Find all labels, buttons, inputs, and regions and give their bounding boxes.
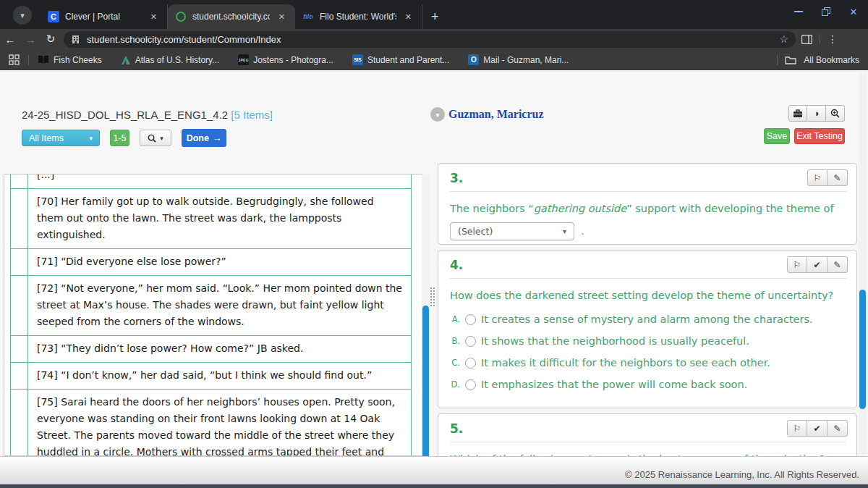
- apps-grid-icon[interactable]: [9, 54, 20, 65]
- passage-row: [71] “Did everyone else lose power?”: [11, 249, 412, 276]
- tab-schoolcity-active[interactable]: student.schoolcity.com/studen ✕: [168, 4, 295, 29]
- item-range-badge[interactable]: 1-5: [110, 130, 129, 146]
- forward-icon[interactable]: →: [20, 33, 41, 46]
- caret-down-icon: ▾: [160, 135, 163, 142]
- exit-testing-button[interactable]: Exit Testing: [794, 128, 845, 144]
- window-controls: ✕: [791, 4, 861, 19]
- divider: [450, 442, 846, 442]
- bookmarks-separator: [28, 55, 29, 65]
- all-bookmarks[interactable]: All Bookmarks: [777, 55, 859, 65]
- passage-row: [74] “I don’t know,” her dad said, “but …: [11, 363, 412, 390]
- menu-kebab-icon[interactable]: ⋮: [827, 33, 838, 45]
- flag-button[interactable]: ⚐: [787, 420, 807, 437]
- student-name: Guzman, Maricruz: [448, 108, 544, 121]
- radio-button[interactable]: [465, 336, 476, 347]
- zoom-button[interactable]: [826, 105, 845, 122]
- bookmark-student-parent[interactable]: SIS Student and Parent...: [352, 54, 449, 65]
- question-text: Which of the following sentences is the …: [450, 451, 846, 456]
- option-text: It makes it difficult for the neighbors …: [481, 357, 770, 369]
- passage-text: [74] “I don’t know,” her dad said, “but …: [28, 363, 412, 390]
- check-icon: ✔: [813, 260, 820, 270]
- caret-down-icon: ▾: [89, 135, 93, 142]
- notes-button[interactable]: ✎: [827, 420, 848, 437]
- test-controls: All Items ▾ 1-5 ▾ Done →: [22, 129, 226, 147]
- atlas-a-icon: [121, 55, 131, 65]
- eliminate-button[interactable]: ✔: [807, 420, 827, 437]
- chevron-down-icon: ▾: [20, 11, 25, 20]
- close-icon[interactable]: ✕: [148, 11, 160, 23]
- question-toolbar: ⚐ ✎: [807, 169, 848, 186]
- items-count-badge: [5 Items]: [231, 109, 273, 121]
- answer-option-a[interactable]: A. It creates a sense of mystery and ala…: [450, 314, 846, 325]
- tab-title: Filo Student: World's Only Live: [320, 12, 396, 22]
- answer-option-d[interactable]: D. It emphasizes that the power will com…: [450, 379, 846, 390]
- close-window-button[interactable]: ✕: [846, 4, 861, 19]
- flag-icon: ⚐: [793, 424, 801, 434]
- flag-icon: ⚐: [793, 260, 801, 270]
- right-scrollbar-track[interactable]: [859, 72, 867, 456]
- contrast-button[interactable]: ◑: [807, 105, 826, 122]
- loading-ring-icon: [175, 11, 187, 22]
- option-letter: C.: [450, 358, 460, 368]
- jostens-favicon: JPEG: [238, 54, 249, 65]
- new-tab-button[interactable]: +: [422, 9, 448, 29]
- back-icon[interactable]: ←: [0, 33, 20, 46]
- passage-scroll-area[interactable]: [...] [70] Her family got up to walk out…: [10, 174, 412, 456]
- restore-button[interactable]: [819, 4, 833, 19]
- bookmark-fish-cheeks[interactable]: Fish Cheeks: [38, 55, 102, 65]
- radio-button[interactable]: [465, 314, 476, 325]
- address-bar[interactable]: student.schoolcity.com/student/Common/In…: [64, 31, 796, 48]
- radio-button[interactable]: [465, 379, 476, 390]
- test-title: 24-25_HISD_DOL_HS_RLA_E_ENG1_4.2 [5 Item…: [22, 109, 273, 121]
- passage-text: [75] Sarai heard the doors of her neighb…: [28, 390, 412, 457]
- close-icon[interactable]: ✕: [402, 11, 414, 23]
- flag-button[interactable]: ⚐: [787, 256, 807, 273]
- save-button[interactable]: Save: [764, 128, 790, 144]
- url-text: student.schoolcity.com/student/Common/In…: [87, 34, 773, 45]
- bookmark-label: Jostens - Photogra...: [253, 55, 333, 65]
- reload-icon[interactable]: ↻: [41, 33, 61, 46]
- bookmark-label: Atlas of U.S. History...: [135, 55, 219, 65]
- tab-title: student.schoolcity.com/studen: [192, 12, 270, 22]
- side-panel-icon[interactable]: [801, 35, 812, 44]
- option-letter: A.: [450, 314, 460, 324]
- tab-title: Clever | Portal: [65, 12, 142, 22]
- panel-splitter-handle[interactable]: [430, 287, 436, 307]
- tab-filo-student[interactable]: filo Filo Student: World's Only Live ✕: [295, 4, 422, 29]
- eliminate-button[interactable]: ✔: [807, 256, 827, 273]
- answer-option-b[interactable]: B. It shows that the neighborhood is usu…: [450, 335, 846, 347]
- passage-text: [72] “Not everyone,” her mom said. “Look…: [28, 276, 412, 336]
- flag-button[interactable]: ⚐: [807, 169, 827, 186]
- answer-option-c[interactable]: C. It makes it difficult for the neighbo…: [450, 357, 846, 369]
- passage-row: [70] Her family got up to walk outside. …: [11, 189, 412, 249]
- bookmark-atlas-history[interactable]: Atlas of U.S. History...: [121, 55, 219, 65]
- question-column: 3. ⚐ ✎ The neighbors “gathering outside”…: [438, 163, 857, 456]
- test-name: 24-25_HISD_DOL_HS_RLA_E_ENG1_4.2: [22, 109, 228, 121]
- notes-button[interactable]: ✎: [827, 169, 848, 186]
- divider: [450, 278, 846, 279]
- notes-button[interactable]: ✎: [827, 256, 848, 273]
- clever-favicon: C: [48, 11, 59, 22]
- passage-row: [73] “They didn’t lose power? How come?”…: [11, 336, 412, 363]
- search-dropdown-button[interactable]: ▾: [140, 130, 171, 146]
- bookmark-jostens[interactable]: JPEG Jostens - Photogra...: [238, 54, 333, 65]
- toolkit-button[interactable]: [788, 105, 807, 122]
- done-button[interactable]: Done →: [182, 129, 226, 147]
- left-scrollbar-track[interactable]: [422, 174, 430, 455]
- question-number: 3.: [450, 171, 846, 185]
- student-menu[interactable]: ▾ Guzman, Maricruz: [430, 107, 544, 122]
- tab-clever-portal[interactable]: C Clever | Portal ✕: [41, 4, 168, 29]
- bookmark-star-icon[interactable]: ☆: [779, 33, 788, 45]
- restore-icon: [822, 7, 830, 16]
- answer-select-dropdown[interactable]: (Select) ▾: [450, 222, 574, 240]
- browser-toolbar: ← → ↻ student.schoolcity.com/student/Com…: [0, 29, 868, 49]
- minimize-button[interactable]: [791, 4, 806, 19]
- right-scrollbar-thumb[interactable]: [859, 290, 866, 409]
- all-items-dropdown[interactable]: All Items ▾: [22, 130, 100, 146]
- briefcase-icon: [793, 109, 803, 118]
- tab-search-button[interactable]: ▾: [13, 6, 32, 25]
- bookmark-mail-guzman[interactable]: O Mail - Guzman, Mari...: [468, 54, 569, 65]
- radio-button[interactable]: [465, 358, 476, 369]
- close-icon[interactable]: ✕: [276, 11, 288, 23]
- sentence-period: .: [581, 225, 584, 237]
